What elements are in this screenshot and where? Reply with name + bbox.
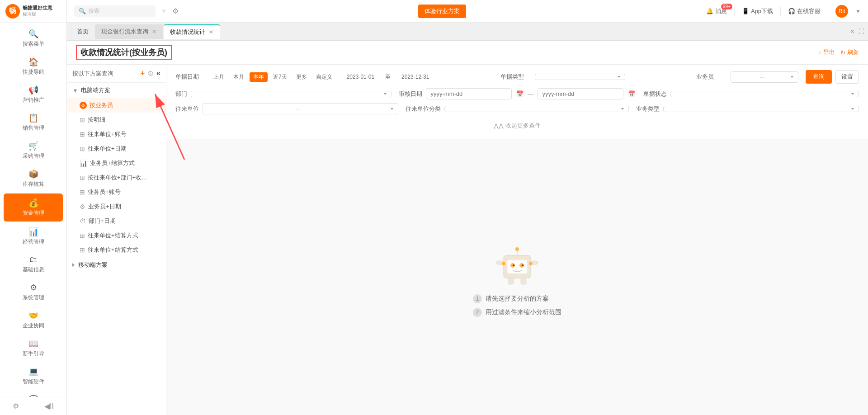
filter-area: 单据日期 上月 本月 本年 近7天 更多 自定义 2023-01-01 至 20… xyxy=(166,65,868,139)
scheme-section-pc-title[interactable]: ▼ 电脑端方案 xyxy=(67,83,166,98)
partner-account-icon: ⊞ xyxy=(80,131,85,138)
date-range-to: 至 xyxy=(385,73,391,81)
mobile-section-label: 移动端方案 xyxy=(78,261,108,269)
scheme-item-partner-dept[interactable]: ⊞ 按往来单位+部门+收... xyxy=(67,170,166,185)
audit-date-calendar-icon: 📅 xyxy=(516,90,524,97)
biz-type-label: 业务类型 xyxy=(636,105,660,113)
topbar-gear-icon[interactable]: ⚙ xyxy=(172,7,179,15)
tab-collection-close[interactable]: ✕ xyxy=(209,29,213,35)
sidebar-item-label: 搜索菜单 xyxy=(23,40,44,48)
scheme-item-partner-settle1[interactable]: ⊞ 往来单位+结算方式 xyxy=(67,228,166,243)
sidebar-item-basics[interactable]: 🗂 基础信息 xyxy=(0,250,66,278)
sidebar-item-hardware[interactable]: 💻 智能硬件 xyxy=(0,362,66,390)
search-menu-icon: 🔍 xyxy=(28,29,38,39)
scheme-item-salesman-account[interactable]: ⊞ 业务员+账号 xyxy=(67,185,166,199)
scheme-settings-btn[interactable]: ⚙ xyxy=(147,69,154,78)
scheme-collapse-btn[interactable]: « xyxy=(156,69,160,78)
scheme-item-partner-settle2[interactable]: ⊞ 往来单位+结算方式 xyxy=(67,243,166,257)
date-tab-this-year[interactable]: 本年 xyxy=(250,72,268,82)
scheme-item-label: 业务员+账号 xyxy=(88,188,121,196)
audit-date-dash: — xyxy=(528,90,534,97)
footer-settings-icon[interactable]: ⚙ xyxy=(13,402,19,410)
trial-btn[interactable]: 体验行业方案 xyxy=(418,5,466,18)
topbar-search-box[interactable]: 🔍 搜索 xyxy=(74,5,156,17)
svg-rect-13 xyxy=(521,278,526,284)
sidebar-item-wechat[interactable]: 💬 企业微信 xyxy=(0,390,66,397)
scheme-item-label: 按往来单位+部门+收... xyxy=(88,174,146,182)
partner-dept-icon: ⊞ xyxy=(80,174,85,181)
tab-close-all-icon[interactable]: ✕ xyxy=(850,28,855,35)
online-service-btn[interactable]: 🎧 在线客服 xyxy=(788,7,821,15)
biz-type-chevron xyxy=(851,108,854,110)
date-tab-more[interactable]: 更多 xyxy=(292,72,311,82)
tab-bank-flow[interactable]: 现金银行流水查询 ✕ xyxy=(95,24,163,39)
dept-date-icon: ⏱ xyxy=(80,217,86,225)
filter-btn-group: 查询 设置 xyxy=(806,70,859,84)
sidebar: 畅 畅捷通好生意 标准版 🔍 搜索菜单 🏠 快捷导航 📢 营销推广 📋 销售管理… xyxy=(0,0,67,415)
sidebar-item-purchase[interactable]: 🛒 采购管理 xyxy=(0,137,66,165)
sidebar-item-operations[interactable]: 📊 经营管理 xyxy=(0,222,66,250)
audit-date-start[interactable] xyxy=(426,88,512,99)
collapse-bar[interactable]: ⋀⋀ 收起更多条件 xyxy=(175,118,859,133)
date-tabs: 上月 本月 本年 近7天 更多 自定义 xyxy=(210,72,336,82)
scheme-add-btn[interactable]: + xyxy=(141,69,145,78)
scheme-item-salesman-settle[interactable]: 📊 业务员+结算方式 xyxy=(67,156,166,170)
operations-icon: 📊 xyxy=(28,227,38,237)
refresh-label: 刷新 xyxy=(847,48,859,57)
salesman-select[interactable]: ··· xyxy=(731,71,798,83)
sidebar-item-search-menu[interactable]: 🔍 搜索菜单 xyxy=(0,24,66,52)
scheme-item-by-salesman[interactable]: ⟳ 按业务员 xyxy=(67,98,166,113)
export-icon: ↑ xyxy=(819,49,822,56)
sidebar-item-corp[interactable]: 🤝 企业协同 xyxy=(0,306,66,334)
sidebar-item-marketing[interactable]: 📢 营销推广 xyxy=(0,80,66,108)
svg-point-9 xyxy=(515,247,519,251)
scheme-item-salesman-date[interactable]: ⚙ 业务员+日期 xyxy=(67,199,166,214)
scheme-item-partner-account[interactable]: ⊞ 往来单位+账号 xyxy=(67,127,166,141)
biz-type-select[interactable] xyxy=(663,106,859,112)
dept-select[interactable] xyxy=(191,91,392,97)
salesman-chevron xyxy=(791,76,793,78)
scheme-item-dept-date[interactable]: ⏱ 部门+日期 xyxy=(67,214,166,228)
partner-cat-filter: 往来单位分类 xyxy=(406,105,628,113)
date-tab-custom[interactable]: 自定义 xyxy=(312,72,336,82)
partner-select[interactable]: ··· xyxy=(203,103,398,114)
sidebar-item-capital[interactable]: 💰 资金管理 xyxy=(4,193,63,222)
scheme-section-mobile-title[interactable]: 移动端方案 xyxy=(67,257,166,273)
audit-date-label: 审核日期 xyxy=(399,90,422,98)
refresh-btn[interactable]: ↻ 刷新 xyxy=(840,48,859,57)
settings-filter-btn[interactable]: 设置 xyxy=(835,70,859,84)
tab-home[interactable]: 首页 xyxy=(71,24,95,39)
tab-collection-stats[interactable]: 收款情况统计 ✕ xyxy=(164,24,220,39)
audit-date-end[interactable] xyxy=(538,88,623,99)
tab-bank-flow-close[interactable]: ✕ xyxy=(152,28,156,35)
doc-type-chevron xyxy=(618,76,620,78)
sidebar-item-sales[interactable]: 📋 销售管理 xyxy=(0,108,66,137)
date-tab-last7[interactable]: 近7天 xyxy=(269,72,291,82)
query-btn[interactable]: 查询 xyxy=(806,70,832,84)
date-tab-this-month[interactable]: 本月 xyxy=(230,72,248,82)
salesman-date-icon: ⚙ xyxy=(80,203,85,210)
sidebar-item-inventory[interactable]: 📦 库存核算 xyxy=(0,165,66,193)
sidebar-item-guide[interactable]: 📖 新手引导 xyxy=(0,334,66,362)
date-tab-last-month[interactable]: 上月 xyxy=(210,72,228,82)
partner-settle1-icon: ⊞ xyxy=(80,232,85,239)
capital-icon: 💰 xyxy=(28,198,38,208)
tab-expand-icon[interactable]: ⛶ xyxy=(859,28,864,35)
hint-text-2: 用过滤条件来缩小分析范围 xyxy=(486,308,561,316)
scheme-item-label: 业务员+日期 xyxy=(88,203,121,211)
doc-type-select[interactable] xyxy=(535,74,625,80)
scheme-item-partner-date[interactable]: ⊞ 往来单位+日期 xyxy=(67,141,166,156)
page-actions: ↑ 导出 ↻ 刷新 xyxy=(819,48,859,57)
app-download-btn[interactable]: 📱 App下载 xyxy=(742,7,773,15)
sidebar-item-quick-nav[interactable]: 🏠 快捷导航 xyxy=(0,52,66,80)
user-avatar[interactable]: Rit xyxy=(835,5,848,18)
notification-btn[interactable]: 🔔 消息 99+ xyxy=(706,7,727,15)
biz-type-filter: 业务类型 xyxy=(636,105,859,113)
salesman-icon: ⟳ xyxy=(80,102,87,109)
sidebar-item-system[interactable]: ⚙ 系统管理 xyxy=(0,278,66,306)
footer-collapse-icon[interactable]: ◀II xyxy=(44,402,54,410)
doc-status-select[interactable] xyxy=(670,91,859,97)
scheme-item-by-detail[interactable]: ⊞ 按明细 xyxy=(67,113,166,127)
partner-cat-select[interactable] xyxy=(444,106,628,112)
export-btn[interactable]: ↑ 导出 xyxy=(819,48,835,57)
